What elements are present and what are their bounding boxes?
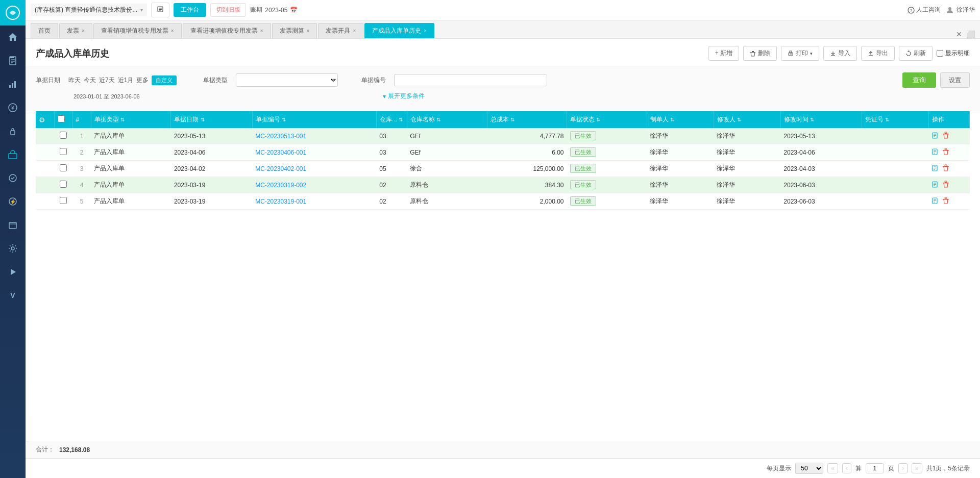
sidebar-item-analytics[interactable] xyxy=(0,72,26,96)
sidebar-item-play[interactable] xyxy=(0,260,26,284)
setting-button[interactable]: 设置 xyxy=(940,72,970,88)
help-label[interactable]: ? 人工咨询 xyxy=(908,6,941,14)
sidebar-item-files[interactable] xyxy=(0,213,26,237)
select-all-checkbox[interactable] xyxy=(58,115,65,122)
date-custom-button[interactable]: 自定义 xyxy=(152,76,177,85)
col-warehouse-code[interactable]: 仓库... ⇅ xyxy=(376,111,407,128)
import-button[interactable]: 导入 xyxy=(823,46,857,61)
tab-invoice-label: 发票 xyxy=(67,27,79,35)
close-all-tabs-button[interactable]: ✕ xyxy=(956,30,962,38)
switch-version-button[interactable]: 切到旧版 xyxy=(210,3,246,17)
row-total-cost-cell: 384.30 xyxy=(487,177,567,193)
tab-invoice[interactable]: 发票 × xyxy=(59,23,92,38)
row-edit-button[interactable] xyxy=(932,181,939,189)
app-selector[interactable]: (库存核算) 直播轻传通信息技术股份... ▾ xyxy=(31,4,147,16)
col-number[interactable]: 单据编号 ⇅ xyxy=(252,111,376,128)
row-doc-number-link[interactable]: MC-20230402-001 xyxy=(255,165,306,172)
column-settings-icon[interactable]: ⚙ xyxy=(39,116,45,124)
tab-check-sales-vat[interactable]: 查看销项增值税专用发票 × xyxy=(93,23,182,38)
col-type[interactable]: 单据类型 ⇅ xyxy=(91,111,171,128)
date-1month[interactable]: 近1月 xyxy=(118,76,134,85)
maximize-button[interactable]: ⬜ xyxy=(966,30,975,38)
row-delete-button[interactable] xyxy=(942,181,949,189)
row-edit-button[interactable] xyxy=(932,132,939,140)
sidebar-item-transfer[interactable]: ⚡ xyxy=(0,190,26,213)
row-edit-button[interactable] xyxy=(932,164,939,173)
sidebar-item-inventory[interactable] xyxy=(0,143,26,166)
workbench-button[interactable]: 工作台 xyxy=(174,3,206,17)
date-yesterday[interactable]: 昨天 xyxy=(68,76,81,85)
page-size-select[interactable]: 10 20 50 100 xyxy=(795,463,823,474)
number-filter-input[interactable] xyxy=(394,74,547,86)
delete-button[interactable]: 删除 xyxy=(743,46,777,61)
last-page-button[interactable]: » xyxy=(912,463,922,473)
page-total: 共1页，5条记录 xyxy=(926,464,970,473)
sidebar-item-orders[interactable] xyxy=(0,166,26,190)
row-status-badge: 已生效 xyxy=(570,164,596,173)
first-page-button[interactable]: « xyxy=(827,463,838,473)
col-warehouse-name[interactable]: 仓库名称 ⇅ xyxy=(407,111,487,128)
row-doc-number-link[interactable]: MC-20230406-001 xyxy=(255,149,306,156)
col-voucher[interactable]: 凭证号 ⇅ xyxy=(862,111,929,128)
col-date[interactable]: 单据日期 ⇅ xyxy=(171,111,252,128)
row-doc-number-link[interactable]: MC-20230319-002 xyxy=(255,182,306,189)
row-doc-number-link[interactable]: MC-20230513-001 xyxy=(255,133,306,140)
row-delete-button[interactable] xyxy=(942,164,949,173)
sidebar-item-security[interactable] xyxy=(0,119,26,143)
col-modify-time[interactable]: 修改时间 ⇅ xyxy=(780,111,862,128)
sidebar-item-home[interactable] xyxy=(0,26,26,49)
prev-page-button[interactable]: ‹ xyxy=(842,463,851,473)
query-button[interactable]: 查询 xyxy=(902,72,936,88)
calendar-icon[interactable]: 📅 xyxy=(290,7,298,14)
expand-filter-button[interactable]: ▾ 展开更多条件 xyxy=(383,92,425,100)
tab-check-purchase-vat-close[interactable]: × xyxy=(260,28,263,34)
sidebar-item-settings[interactable] xyxy=(0,237,26,260)
date-today[interactable]: 今天 xyxy=(84,76,96,85)
show-detail-input[interactable] xyxy=(937,50,943,57)
row-warehouse-name-cell: 原料仓 xyxy=(407,193,487,210)
tab-product-warehouse-close[interactable]: × xyxy=(424,28,427,34)
tab-product-warehouse[interactable]: 产成品入库单历史 × xyxy=(364,23,434,38)
sidebar-item-finance[interactable]: ¥ xyxy=(0,96,26,119)
row-checkbox[interactable] xyxy=(60,132,67,139)
sidebar-item-version[interactable]: V xyxy=(0,284,26,307)
row-checkbox[interactable] xyxy=(60,148,67,155)
row-checkbox[interactable] xyxy=(60,197,67,204)
row-delete-button[interactable] xyxy=(942,148,949,157)
row-checkbox[interactable] xyxy=(60,164,67,171)
date-more[interactable]: 更多 xyxy=(136,76,149,85)
row-doc-number-link[interactable]: MC-20230319-001 xyxy=(255,198,306,205)
doc-template-button[interactable] xyxy=(151,3,169,17)
user-menu[interactable]: 徐泽华 xyxy=(946,6,975,14)
row-number-cell: 2 xyxy=(72,144,91,161)
row-edit-button[interactable] xyxy=(932,197,939,206)
page-number-input[interactable] xyxy=(866,463,884,473)
col-total-cost[interactable]: 总成本 ⇅ xyxy=(487,111,567,128)
row-delete-button[interactable] xyxy=(942,132,949,140)
tab-check-sales-vat-close[interactable]: × xyxy=(171,28,174,34)
export-button[interactable]: 导出 xyxy=(861,46,895,61)
row-delete-button[interactable] xyxy=(942,197,949,206)
new-button[interactable]: + 新增 xyxy=(708,46,739,61)
svg-rect-7 xyxy=(12,83,13,88)
date-7days[interactable]: 近7天 xyxy=(99,76,115,85)
row-edit-button[interactable] xyxy=(932,148,939,157)
col-creator[interactable]: 制单人 ⇅ xyxy=(647,111,714,128)
tab-home[interactable]: 首页 xyxy=(31,23,58,38)
tab-invoice-calc[interactable]: 发票测算 × xyxy=(272,23,317,38)
refresh-button[interactable]: 刷新 xyxy=(899,46,933,61)
tab-check-purchase-vat[interactable]: 查看进项增值税专用发票 × xyxy=(183,23,271,38)
tab-invoice-calc-close[interactable]: × xyxy=(307,28,310,34)
col-status[interactable]: 单据状态 ⇅ xyxy=(567,111,647,128)
show-detail-checkbox[interactable]: 显示明细 xyxy=(937,49,970,58)
type-filter-select[interactable] xyxy=(236,73,338,87)
tab-invoice-close[interactable]: × xyxy=(82,28,85,34)
sidebar-item-documents[interactable] xyxy=(0,49,26,72)
tab-invoice-issue[interactable]: 发票开具 × xyxy=(318,23,363,38)
tab-invoice-issue-close[interactable]: × xyxy=(353,28,356,34)
next-page-button[interactable]: › xyxy=(898,463,908,473)
svg-rect-44 xyxy=(945,148,947,150)
print-button[interactable]: 打印 ▾ xyxy=(781,46,819,61)
row-checkbox[interactable] xyxy=(60,181,67,188)
col-modifier[interactable]: 修改人 ⇅ xyxy=(714,111,780,128)
